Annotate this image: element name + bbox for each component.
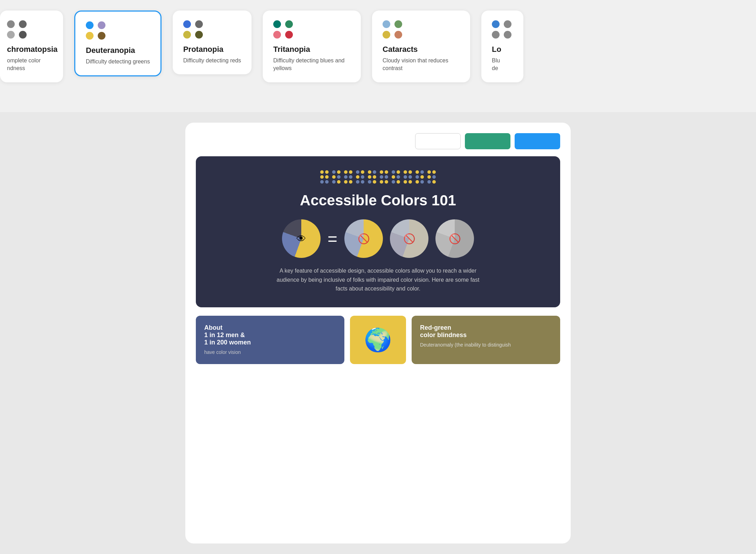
circle-normal-vision: 👁 (282, 219, 321, 258)
eye-icon: 👁 (296, 233, 306, 245)
vision-card-tritanopia[interactable]: Tritanopia Difficulty detecting blues an… (263, 11, 361, 82)
card-title: Deuteranopia (86, 46, 150, 55)
dot (383, 20, 390, 28)
stat-text-3: Deuteranomaly (the inability to distingu… (420, 342, 552, 349)
circle-impaired-1: 🚫 (344, 219, 383, 258)
toolbar (196, 133, 560, 149)
dot (394, 31, 402, 39)
card-dots-protanopia (183, 20, 204, 39)
dot (195, 31, 203, 39)
stat-box-1: About1 in 12 men &1 in 200 women have co… (196, 316, 344, 364)
vision-card-protanopia[interactable]: Protanopia Difficulty detecting reds (173, 11, 252, 74)
dot (183, 31, 191, 39)
infographic-title: Accessible Colors 101 (210, 192, 546, 209)
stat-title-1: About1 in 12 men &1 in 200 women (204, 324, 336, 346)
circle-impaired-3: 🚫 (435, 219, 474, 258)
toolbar-blue-button[interactable] (515, 133, 560, 149)
card-desc: Difficulty detecting reds (183, 57, 241, 64)
card-title: chromatopsia (7, 45, 53, 54)
stats-row: About1 in 12 men &1 in 200 women have co… (196, 316, 560, 364)
dot (7, 20, 15, 28)
card-title: Protanopia (183, 45, 241, 54)
toolbar-text-box[interactable] (415, 133, 461, 149)
dot (285, 31, 293, 39)
dot (98, 32, 105, 40)
globe-icon: 🌍 (364, 324, 392, 356)
dot (7, 31, 15, 39)
card-dots-deuteranopia (86, 21, 107, 40)
card-desc: omplete colorndness (7, 57, 53, 73)
dot (86, 32, 94, 40)
dot (273, 31, 281, 39)
card-desc: Cloudy vision that reduces contrast (383, 57, 460, 73)
vision-card-lo[interactable]: Lo Blude (481, 11, 523, 82)
vision-card-achromatopsia[interactable]: chromatopsia omplete colorndness (0, 11, 63, 82)
card-dots-lo (492, 20, 513, 39)
dot (183, 20, 191, 28)
vision-card-cataracts[interactable]: Cataracts Cloudy vision that reduces con… (372, 11, 470, 82)
card-desc: Difficulty detecting greens (86, 58, 150, 66)
toolbar-green-button[interactable] (465, 133, 510, 149)
main-panel: Accessible Colors 101 👁 = 🚫 🚫 🚫 (185, 123, 571, 543)
stat-box-3: Red-greencolor blindness Deuteranomaly (… (412, 316, 560, 364)
card-title: Lo (492, 45, 513, 54)
card-title: Cataracts (383, 45, 460, 54)
card-title: Tritanopia (273, 45, 350, 54)
card-dots-tritanopia (273, 20, 294, 39)
equals-sign: = (328, 229, 337, 248)
circles-row: 👁 = 🚫 🚫 🚫 (210, 219, 546, 258)
circle-impaired-2: 🚫 (390, 219, 428, 258)
dot-pattern-header (210, 170, 546, 184)
dot (492, 31, 500, 39)
card-dots-cataracts (383, 20, 404, 39)
card-desc: Difficulty detecting blues and yellows (273, 57, 350, 73)
dot (394, 20, 402, 28)
no-eye-icon-3: 🚫 (449, 233, 461, 245)
dot (492, 20, 500, 28)
dot (273, 20, 281, 28)
stat-box-2: 🌍 (350, 316, 406, 364)
no-eye-icon-1: 🚫 (358, 233, 370, 245)
vision-cards-row: chromatopsia omplete colorndness Deutera… (0, 0, 756, 112)
bottom-section: Accessible Colors 101 👁 = 🚫 🚫 🚫 (0, 112, 756, 554)
dot (19, 31, 27, 39)
stat-title-3: Red-greencolor blindness (420, 324, 552, 339)
dot (285, 20, 293, 28)
infographic-panel: Accessible Colors 101 👁 = 🚫 🚫 🚫 (196, 156, 560, 307)
dot (19, 20, 27, 28)
dot (86, 21, 94, 29)
no-eye-icon-2: 🚫 (403, 233, 415, 245)
dot (195, 20, 203, 28)
card-dots-achromatopsia (7, 20, 28, 39)
infographic-description: A key feature of accessible design, acce… (273, 266, 483, 293)
dot (98, 21, 105, 29)
dot (504, 20, 511, 28)
card-desc: Blude (492, 57, 513, 73)
dot (504, 31, 511, 39)
stat-text-1: have color vision (204, 349, 336, 356)
vision-card-deuteranopia[interactable]: Deuteranopia Difficulty detecting greens (74, 11, 161, 76)
dot (383, 31, 390, 39)
